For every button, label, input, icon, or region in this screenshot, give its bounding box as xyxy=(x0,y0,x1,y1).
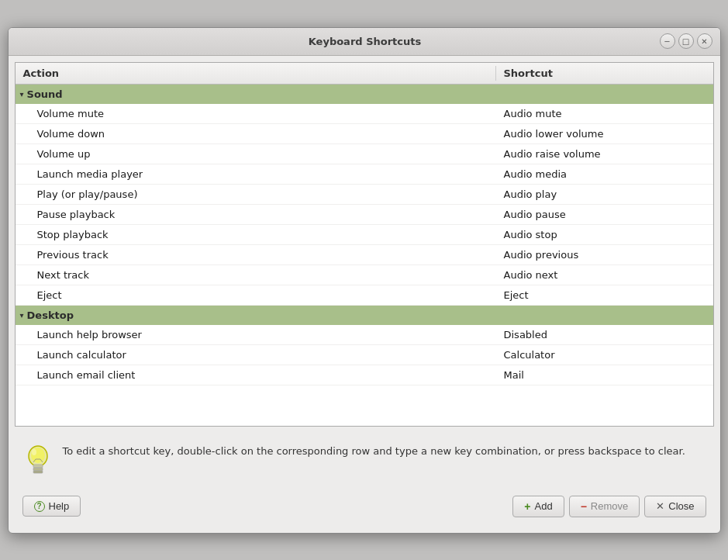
table-row[interactable]: Eject Eject xyxy=(16,285,713,306)
table-row[interactable]: Volume up Audio raise volume xyxy=(16,144,713,164)
help-icon: ? xyxy=(34,501,45,512)
lightbulb-icon xyxy=(24,442,52,481)
group-label-sound: Sound xyxy=(27,88,63,100)
table-row[interactable]: Next track Audio next xyxy=(16,265,713,285)
close-button[interactable]: ✕ xyxy=(697,33,712,49)
keyboard-shortcuts-window: Keyboard Shortcuts − □ ✕ Action Shortcut xyxy=(8,27,721,534)
table-row[interactable]: Play (or play/pause) Audio play xyxy=(16,185,713,205)
add-label: Add xyxy=(535,500,553,512)
close-label: Close xyxy=(668,500,694,512)
table-header: Action Shortcut xyxy=(16,63,713,85)
table-row[interactable]: Stop playback Audio stop xyxy=(16,225,713,245)
action-cell: Volume mute xyxy=(16,108,496,119)
group-row-desktop[interactable]: ▾ Desktop xyxy=(16,306,713,325)
action-cell: Stop playback xyxy=(16,229,496,240)
shortcut-cell: Audio next xyxy=(496,269,713,281)
help-button[interactable]: ? Help xyxy=(22,496,81,517)
group-label-desktop: Desktop xyxy=(27,309,74,321)
svg-rect-3 xyxy=(33,468,43,471)
svg-point-8 xyxy=(32,449,36,455)
action-cell: Launch help browser xyxy=(16,329,496,340)
table-scroll-area[interactable]: ▾ Sound Volume mute Audio mute Volume do… xyxy=(16,85,713,426)
group-expand-arrow-desktop: ▾ xyxy=(20,311,24,320)
remove-icon: − xyxy=(581,500,587,513)
remove-button[interactable]: − Remove xyxy=(569,496,640,517)
shortcut-cell: Audio previous xyxy=(496,249,713,261)
close-icon: ✕ xyxy=(701,37,707,46)
minimize-icon: − xyxy=(664,37,670,46)
action-cell: Launch calculator xyxy=(16,349,496,361)
button-row: ? Help + Add − Remove ✕ Close xyxy=(15,489,714,527)
action-cell: Eject xyxy=(16,289,496,301)
table-row[interactable]: Launch media player Audio media xyxy=(16,164,713,185)
shortcut-cell: Audio stop xyxy=(496,229,713,240)
table-row[interactable]: Launch email client Mail xyxy=(16,365,713,385)
help-label: Help xyxy=(49,500,70,512)
window-title: Keyboard Shortcuts xyxy=(71,36,660,47)
action-buttons: + Add − Remove ✕ Close xyxy=(512,496,706,517)
maximize-button[interactable]: □ xyxy=(678,33,694,49)
shortcut-cell: Audio lower volume xyxy=(496,128,713,140)
action-cell: Launch media player xyxy=(16,168,496,180)
add-icon: + xyxy=(524,500,530,513)
shortcut-cell: Eject xyxy=(496,289,713,301)
action-cell: Launch email client xyxy=(16,369,496,381)
shortcut-column-header: Shortcut xyxy=(496,66,713,81)
shortcut-cell: Mail xyxy=(496,369,713,381)
hint-text: To edit a shortcut key, double-click on … xyxy=(63,441,685,459)
group-row-sound[interactable]: ▾ Sound xyxy=(16,85,713,104)
hint-icon-area xyxy=(22,441,53,483)
shortcut-cell: Disabled xyxy=(496,329,713,340)
window-controls: − □ ✕ xyxy=(660,33,712,49)
table-row[interactable]: Pause playback Audio pause xyxy=(16,205,713,225)
action-cell: Volume down xyxy=(16,128,496,140)
action-cell: Play (or play/pause) xyxy=(16,188,496,200)
close-button-bottom[interactable]: ✕ Close xyxy=(644,496,706,517)
group-expand-arrow-sound: ▾ xyxy=(20,90,24,99)
maximize-icon: □ xyxy=(682,37,689,46)
svg-rect-2 xyxy=(33,465,43,468)
shortcut-cell: Audio media xyxy=(496,168,713,180)
shortcut-cell: Audio play xyxy=(496,188,713,200)
table-row[interactable]: Volume down Audio lower volume xyxy=(16,124,713,144)
action-cell: Volume up xyxy=(16,148,496,160)
table-row[interactable]: Launch help browser Disabled xyxy=(16,325,713,345)
titlebar: Keyboard Shortcuts − □ ✕ xyxy=(9,28,720,56)
minimize-button[interactable]: − xyxy=(660,33,675,49)
table-row[interactable]: Volume mute Audio mute xyxy=(16,104,713,124)
remove-label: Remove xyxy=(591,500,628,512)
add-button[interactable]: + Add xyxy=(512,496,564,517)
shortcut-cell: Audio mute xyxy=(496,108,713,119)
hint-section: To edit a shortcut key, double-click on … xyxy=(15,434,714,489)
shortcut-cell: Calculator xyxy=(496,349,713,361)
shortcuts-table: Action Shortcut ▾ Sound Volume mute Audi… xyxy=(15,62,714,427)
close-x-icon: ✕ xyxy=(656,500,664,512)
action-column-header: Action xyxy=(16,66,496,81)
window-content: Action Shortcut ▾ Sound Volume mute Audi… xyxy=(9,56,720,533)
action-cell: Next track xyxy=(16,269,496,281)
shortcut-cell: Audio pause xyxy=(496,209,713,220)
svg-rect-4 xyxy=(33,471,43,473)
table-row[interactable]: Launch calculator Calculator xyxy=(16,345,713,365)
action-cell: Previous track xyxy=(16,249,496,261)
shortcut-cell: Audio raise volume xyxy=(496,148,713,160)
action-cell: Pause playback xyxy=(16,209,496,220)
table-row[interactable]: Previous track Audio previous xyxy=(16,245,713,265)
